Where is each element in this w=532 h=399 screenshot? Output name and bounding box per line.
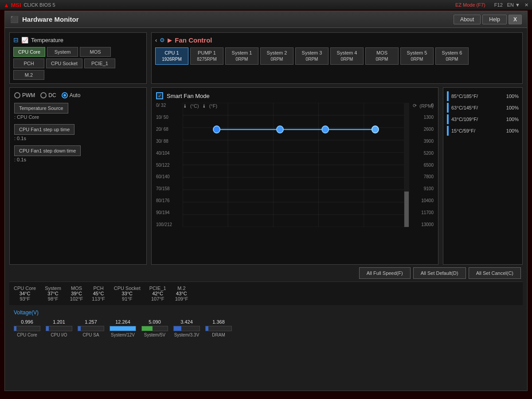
all-set-default-button[interactable]: All Set Default(D) xyxy=(413,267,466,279)
voltage-section-label: Voltage(V) xyxy=(14,309,518,316)
fan-nav-back-icon[interactable]: ‹ xyxy=(155,37,157,43)
fan-sys6-name: System 6 xyxy=(442,50,462,55)
temp-indicator-2 xyxy=(447,103,449,113)
chart-svg-container xyxy=(183,103,409,227)
fan-mos-name: MOS xyxy=(376,50,387,55)
volt-sys5v-bar-container xyxy=(141,326,168,331)
volt-sys5v-name: System/5V xyxy=(144,332,165,337)
fan-btn-sys2[interactable]: System 2 0RPM xyxy=(260,47,293,65)
lang-icon[interactable]: EN ▼ xyxy=(507,2,520,8)
fan-btn-sys5[interactable]: System 5 0RPM xyxy=(400,47,434,65)
temp-btn-mos[interactable]: MOS xyxy=(80,47,111,57)
status-pch: PCH 45°C 113°F xyxy=(92,286,105,301)
status-mos-label: MOS xyxy=(71,286,82,291)
temp-btn-m2[interactable]: M.2 xyxy=(13,70,44,80)
temp-source-value: : CPU Core xyxy=(14,114,142,120)
step-up-value: : 0.1s xyxy=(14,136,142,141)
chart-node-4 xyxy=(372,126,379,133)
fan-mode-radio-group: PWM DC Auto xyxy=(14,92,142,98)
radio-auto[interactable]: Auto xyxy=(62,92,81,98)
temp-threshold-4-pct: 100% xyxy=(506,128,519,133)
top-bios-bar: ▲ MSI CLICK BIOS 5 EZ Mode (F7) F12 EN ▼… xyxy=(0,0,532,10)
status-cpu-socket-c: 33°C xyxy=(121,291,133,296)
step-down-button[interactable]: CPU Fan1 step down time xyxy=(14,145,81,156)
fan-btn-sys4[interactable]: System 4 0RPM xyxy=(330,47,364,65)
temp-threshold-1-val: 85°C/185°F/ xyxy=(451,94,478,99)
fan-sys1-rpm: 0RPM xyxy=(229,56,254,63)
temp-btn-cpu-socket[interactable]: CPU Socket xyxy=(46,59,82,68)
fan-btn-sys3[interactable]: System 3 0RPM xyxy=(295,47,329,65)
fan-arrow-icon: ▶ xyxy=(168,37,172,43)
status-cpu-core-label: CPU Core xyxy=(14,286,36,291)
temp-threshold-3-pct: 100% xyxy=(506,117,519,122)
window-title: Hardware Monitor xyxy=(22,16,79,23)
close-button[interactable]: X xyxy=(509,15,522,24)
all-full-speed-button[interactable]: All Full Speed(F) xyxy=(359,267,411,279)
volt-cpu-core-bar xyxy=(14,326,16,331)
status-pcie1-f: 107°F xyxy=(151,296,164,301)
fan-btn-cpu1[interactable]: CPU 1 1926RPM xyxy=(155,47,188,65)
status-mos-f: 102°F xyxy=(70,296,83,301)
middle-section: PWM DC Auto Temperature Source : CPU Cor… xyxy=(9,87,523,265)
status-cpu-socket: CPU Socket 33°C 91°F xyxy=(114,286,141,301)
volt-dram-val: 1.368 xyxy=(212,319,225,325)
radio-dc-label: DC xyxy=(48,92,56,98)
help-button[interactable]: Help xyxy=(482,15,507,24)
fan-sys4-rpm: 0RPM xyxy=(334,56,360,63)
temp-btn-pcie1[interactable]: PCIE_1 xyxy=(84,59,115,68)
f12-label: F12 xyxy=(494,2,503,8)
chart-node-3 xyxy=(322,126,329,133)
fan-sys1-name: System 1 xyxy=(232,50,252,55)
status-mos-c: 39°C xyxy=(71,291,82,296)
radio-auto-label: Auto xyxy=(70,92,81,98)
top-close-icon[interactable]: ✕ xyxy=(524,2,528,8)
radio-pwm[interactable]: PWM xyxy=(14,92,35,98)
volt-cpu-sa-bar-container xyxy=(78,326,104,331)
temp-threshold-4-val: 15°C/59°F/ xyxy=(451,128,475,133)
status-pcie1: PCIE_1 42°C 107°F xyxy=(149,286,166,301)
smart-fan-checkbox[interactable]: ✓ xyxy=(156,92,163,99)
volt-dram-bar-container xyxy=(205,326,232,331)
step-up-section: CPU Fan1 step up time : 0.1s xyxy=(14,124,142,141)
fan-cpu1-name: CPU 1 xyxy=(164,50,179,55)
temp-btn-pch[interactable]: PCH xyxy=(13,59,44,68)
volt-sys33v-bar xyxy=(174,326,181,331)
status-pch-c: 45°C xyxy=(93,291,104,296)
voltage-items-row: 0.996 CPU Core 1.201 CPU I/O 1.257 xyxy=(14,319,518,337)
volt-item-sys5v: 5.090 System/5V xyxy=(141,319,168,337)
chart-node-2 xyxy=(277,126,283,133)
temp-btn-system[interactable]: System xyxy=(47,47,78,57)
temp-btn-cpu-core[interactable]: CPU Core xyxy=(13,47,45,57)
step-down-section: CPU Fan1 step down time : 0.1s xyxy=(14,145,142,162)
fan-sys5-name: System 5 xyxy=(407,50,427,55)
fan-btn-sys6[interactable]: System 6 0RPM xyxy=(435,47,469,65)
volt-sys12v-bar xyxy=(110,326,136,331)
temp-panel-header: ⊟ 📈 Temperature xyxy=(13,36,143,43)
action-buttons-row: All Full Speed(F) All Set Default(D) All… xyxy=(9,267,523,279)
temp-buttons-group: CPU Core System MOS PCH CPU Socket PCIE_… xyxy=(13,47,143,80)
top-section: ⊟ 📈 Temperature CPU Core System MOS PCH … xyxy=(9,32,523,84)
volt-sys12v-name: System/12V xyxy=(111,332,135,337)
fan-btn-mos[interactable]: MOS 0RPM xyxy=(365,47,399,65)
temp-collapse-icon[interactable]: ⊟ xyxy=(13,36,19,43)
fan-btn-sys1[interactable]: System 1 0RPM xyxy=(225,47,258,65)
fan-sys2-rpm: 0RPM xyxy=(264,56,289,63)
volt-sys33v-name: System/3.3V xyxy=(174,332,200,337)
volt-cpu-sa-bar xyxy=(78,326,81,331)
radio-dc[interactable]: DC xyxy=(40,92,56,98)
step-up-button[interactable]: CPU Fan1 step up time xyxy=(14,124,74,135)
status-system-f: 98°F xyxy=(48,296,58,301)
about-button[interactable]: About xyxy=(454,15,481,24)
fan-btn-pump1[interactable]: PUMP 1 8275RPM xyxy=(190,47,223,65)
volt-sys5v-bar xyxy=(142,326,153,331)
fan-sys5-rpm: 0RPM xyxy=(404,56,430,63)
status-m2-f: 109°F xyxy=(175,296,188,301)
all-set-cancel-button[interactable]: All Set Cancel(C) xyxy=(469,267,521,279)
chart-scrollbar[interactable] xyxy=(404,103,409,227)
chart-y-labels-left: 100/212 90/194 80/176 70/158 60/140 50/1… xyxy=(156,103,183,227)
chart-scroll-thumb[interactable] xyxy=(404,192,409,227)
fan-sys2-name: System 2 xyxy=(267,50,287,55)
volt-item-cpu-io: 1.201 CPU I/O xyxy=(46,319,72,337)
temp-source-button[interactable]: Temperature Source xyxy=(14,103,68,113)
status-pcie1-c: 42°C xyxy=(152,291,163,296)
